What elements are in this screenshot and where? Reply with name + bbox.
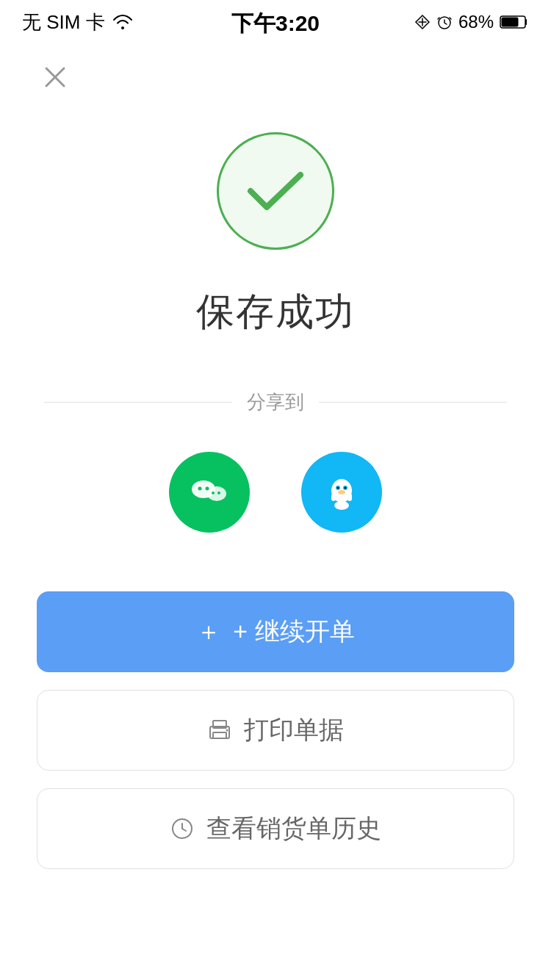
sim-label: 无 SIM 卡 bbox=[22, 10, 105, 35]
print-label: 打印单据 bbox=[244, 713, 344, 747]
status-right: 68% bbox=[414, 12, 529, 32]
close-icon bbox=[42, 64, 68, 90]
checkmark-icon bbox=[246, 169, 305, 213]
continue-icon: ＋ bbox=[196, 615, 221, 649]
battery-icon bbox=[500, 14, 529, 30]
qq-share-button[interactable] bbox=[301, 452, 382, 533]
svg-rect-18 bbox=[331, 494, 336, 501]
share-section: 分享到 bbox=[0, 389, 551, 533]
print-button[interactable]: 打印单据 bbox=[37, 690, 514, 771]
location-icon bbox=[414, 14, 431, 30]
wechat-share-button[interactable] bbox=[169, 452, 250, 533]
history-label: 查看销货单历史 bbox=[206, 812, 381, 846]
svg-point-6 bbox=[207, 486, 226, 501]
battery-label: 68% bbox=[458, 12, 494, 32]
history-icon bbox=[170, 816, 195, 841]
wechat-icon bbox=[187, 470, 231, 514]
divider-right bbox=[319, 402, 507, 403]
svg-point-15 bbox=[337, 487, 339, 489]
continue-label: + 继续开单 bbox=[233, 615, 354, 649]
svg-point-16 bbox=[345, 487, 347, 489]
wifi-icon bbox=[112, 14, 133, 30]
success-title: 保存成功 bbox=[196, 287, 355, 338]
svg-point-8 bbox=[206, 487, 209, 491]
svg-point-9 bbox=[212, 491, 215, 494]
status-left: 无 SIM 卡 bbox=[22, 10, 133, 35]
success-section: 保存成功 bbox=[0, 132, 551, 338]
history-button[interactable]: 查看销货单历史 bbox=[37, 788, 514, 869]
action-section: ＋ + 继续开单 打印单据 查看销货单历史 bbox=[0, 591, 551, 869]
status-bar: 无 SIM 卡 下午3:20 68% bbox=[0, 0, 551, 44]
svg-point-17 bbox=[338, 490, 345, 494]
divider-left bbox=[44, 402, 232, 403]
share-label: 分享到 bbox=[247, 389, 304, 415]
alarm-icon bbox=[436, 14, 453, 30]
continue-order-button[interactable]: ＋ + 继续开单 bbox=[37, 591, 514, 672]
status-time: 下午3:20 bbox=[231, 9, 320, 39]
svg-rect-19 bbox=[347, 494, 352, 501]
close-button[interactable] bbox=[37, 59, 73, 96]
svg-point-23 bbox=[226, 729, 228, 732]
svg-point-10 bbox=[217, 491, 220, 494]
success-circle bbox=[217, 132, 334, 250]
share-divider: 分享到 bbox=[0, 389, 551, 415]
svg-point-12 bbox=[334, 501, 349, 510]
svg-rect-22 bbox=[213, 732, 226, 738]
qq-icon bbox=[320, 470, 364, 514]
share-icons-row bbox=[169, 452, 382, 533]
svg-rect-2 bbox=[502, 18, 519, 27]
svg-point-7 bbox=[198, 487, 202, 491]
print-icon bbox=[207, 718, 232, 743]
